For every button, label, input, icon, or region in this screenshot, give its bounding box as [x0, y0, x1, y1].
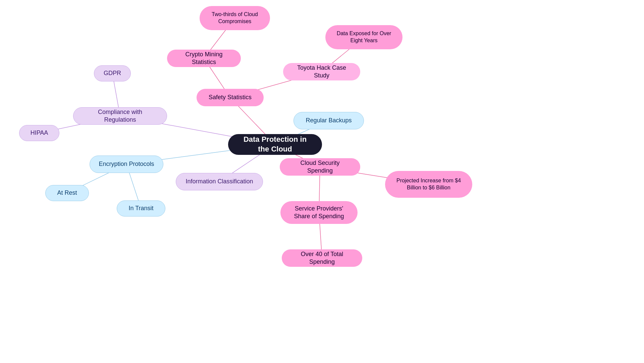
in-transit-node[interactable]: In Transit — [117, 200, 165, 217]
regular-backups-node[interactable]: Regular Backups — [293, 112, 364, 129]
compliance-node[interactable]: Compliance with Regulations — [73, 107, 167, 125]
cloud-security-spending-node[interactable]: Cloud Security Spending — [280, 158, 360, 176]
crypto-mining-node[interactable]: Crypto Mining Statistics — [167, 50, 241, 67]
information-classification-node[interactable]: Information Classification — [176, 173, 263, 190]
center-node[interactable]: Data Protection in the Cloud — [228, 134, 322, 155]
data-exposed-node[interactable]: Data Exposed for Over Eight Years — [325, 25, 402, 49]
toyota-hack-node[interactable]: Toyota Hack Case Study — [283, 63, 360, 80]
encryption-node[interactable]: Encryption Protocols — [90, 156, 163, 173]
two-thirds-node[interactable]: Two-thirds of Cloud Compromises — [200, 6, 270, 30]
over-40-node[interactable]: Over 40 of Total Spending — [282, 249, 362, 267]
projected-increase-node[interactable]: Projected Increase from $4 Billion to $6… — [385, 171, 472, 198]
at-rest-node[interactable]: At Rest — [45, 185, 89, 201]
safety-stats-node[interactable]: Safety Statistics — [197, 89, 264, 106]
hipaa-node[interactable]: HIPAA — [19, 125, 59, 141]
gdpr-node[interactable]: GDPR — [94, 65, 131, 81]
service-providers-node[interactable]: Service Providers' Share of Spending — [280, 201, 358, 224]
